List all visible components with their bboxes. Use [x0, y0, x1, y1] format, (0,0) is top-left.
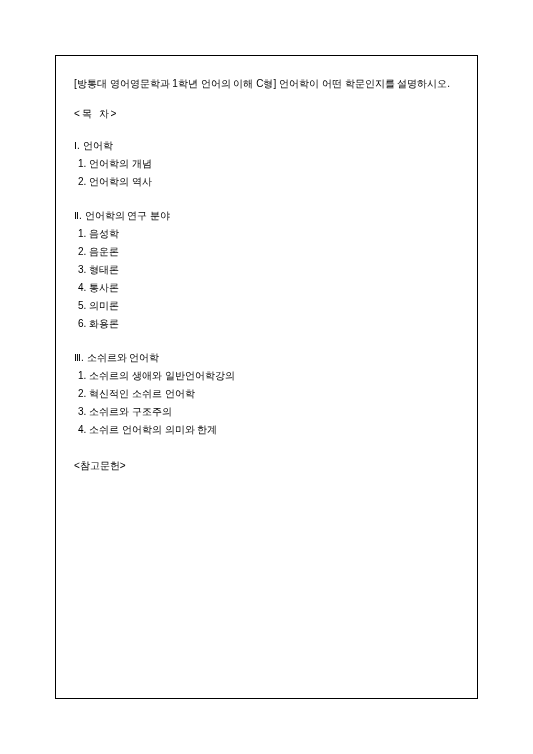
toc-item: 3. 소쉬르와 구조주의	[74, 403, 459, 421]
section-heading: Ⅱ. 언어학의 연구 분야	[74, 207, 459, 225]
toc-item: 1. 언어학의 개념	[74, 155, 459, 173]
toc-item: 3. 형태론	[74, 261, 459, 279]
section-2: Ⅱ. 언어학의 연구 분야 1. 음성학 2. 음운론 3. 형태론 4. 통사…	[74, 207, 459, 333]
references-heading: <참고문헌>	[74, 459, 459, 473]
toc-item: 1. 소쉬르의 생애와 일반언어학강의	[74, 367, 459, 385]
document-title: [방통대 영어영문학과 1학년 언어의 이해 C형] 언어학이 어떤 학문인지를…	[74, 76, 459, 91]
toc-header: <목 차>	[74, 107, 459, 121]
toc-item: 5. 의미론	[74, 297, 459, 315]
toc-item: 2. 음운론	[74, 243, 459, 261]
toc-item: 4. 소쉬르 언어학의 의미와 한계	[74, 421, 459, 439]
section-heading: Ⅲ. 소쉬르와 언어학	[74, 349, 459, 367]
toc-item: 4. 통사론	[74, 279, 459, 297]
document-page: [방통대 영어영문학과 1학년 언어의 이해 C형] 언어학이 어떤 학문인지를…	[0, 0, 533, 754]
section-heading: Ⅰ. 언어학	[74, 137, 459, 155]
section-3: Ⅲ. 소쉬르와 언어학 1. 소쉬르의 생애와 일반언어학강의 2. 혁신적인 …	[74, 349, 459, 439]
toc-item: 1. 음성학	[74, 225, 459, 243]
toc-item: 2. 언어학의 역사	[74, 173, 459, 191]
content-container: [방통대 영어영문학과 1학년 언어의 이해 C형] 언어학이 어떤 학문인지를…	[55, 55, 478, 699]
toc-item: 6. 화용론	[74, 315, 459, 333]
section-1: Ⅰ. 언어학 1. 언어학의 개념 2. 언어학의 역사	[74, 137, 459, 191]
toc-item: 2. 혁신적인 소쉬르 언어학	[74, 385, 459, 403]
